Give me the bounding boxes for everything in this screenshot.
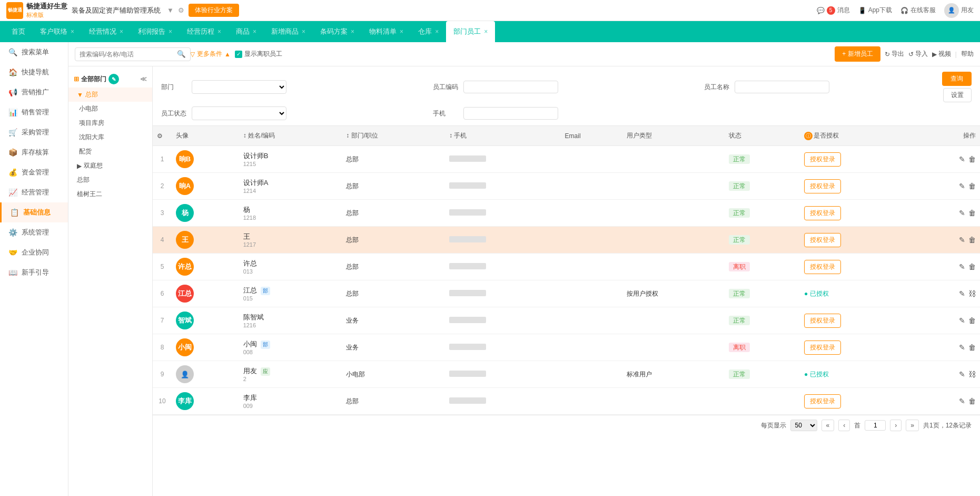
close-goods-icon[interactable]: × [253,28,256,35]
tab-profit[interactable]: 利润报告 × [131,21,180,42]
sidebar-item-marketing[interactable]: 📢 营销推广 [0,82,68,102]
sidebar-item-basic[interactable]: 📋 基础信息 [0,202,68,222]
tab-barcode[interactable]: 条码方案 × [313,21,362,42]
help-btn[interactable]: 帮助 [961,50,974,59]
edit-icon[interactable]: ✎ [959,343,965,352]
tab-customer[interactable]: 客户联络 × [33,21,82,42]
search-input[interactable] [75,47,191,61]
phone-input[interactable] [463,107,558,120]
close-operation-icon[interactable]: × [120,28,123,35]
tab-new-goods[interactable]: 新增商品 × [264,21,313,42]
th-settings[interactable]: ⚙ [153,126,172,146]
emp-status-select[interactable] [192,106,286,120]
tab-bom[interactable]: 物料清单 × [362,21,411,42]
tab-warehouse[interactable]: 仓库 × [411,21,446,42]
tab-goods[interactable]: 商品 × [229,21,264,42]
more-conditions-btn[interactable]: ▽ 更多条件 ▲ [190,50,231,59]
sidebar-item-quick-nav[interactable]: 🏠 快捷导航 [0,62,68,82]
settings-icon[interactable]: ⚙ [178,6,184,14]
message-item[interactable]: 💬 5 消息 [817,6,850,15]
close-warehouse-icon[interactable]: × [435,28,439,35]
search-button[interactable]: 🔍 [177,50,186,58]
export-btn[interactable]: ↻ 导出 [885,50,904,59]
edit-icon[interactable]: ✎ [959,316,965,325]
view-btn[interactable]: ▶ 视频 [932,50,951,59]
delete-icon[interactable]: 🗑 [968,316,976,325]
sidebar-item-sales[interactable]: 📊 销售管理 [0,102,68,122]
tab-department[interactable]: 部门员工 × [446,21,495,42]
per-page-select[interactable]: 50 100 [790,420,817,431]
add-employee-btn[interactable]: + 新增员工 [835,46,880,62]
auth-login-btn[interactable]: 授权登录 [804,233,841,247]
auth-login-btn[interactable]: 授权登录 [804,152,841,167]
reset-btn[interactable]: 设置 [943,88,972,102]
auth-login-btn[interactable]: 授权登录 [804,314,841,328]
close-customer-icon[interactable]: × [71,28,74,35]
edit-icon[interactable]: ✎ [959,155,965,163]
close-new-goods-icon[interactable]: × [302,28,305,35]
th-dept[interactable]: ↕ 部门/职位 [342,126,445,146]
delete-icon[interactable]: 🗑 [968,397,976,405]
auth-login-btn[interactable]: 授权登录 [804,206,841,220]
link-icon[interactable]: ⛓ [968,289,976,298]
edit-icon[interactable]: ✎ [959,289,965,298]
first-page-btn[interactable]: « [821,420,835,431]
show-resign-checkbox[interactable]: ✓ [235,51,242,58]
delete-icon[interactable]: 🗑 [968,209,976,217]
sidebar-item-system[interactable]: ⚙️ 系统管理 [0,222,68,242]
last-page-btn[interactable]: » [906,420,919,431]
emp-code-input[interactable] [463,81,558,93]
trial-btn[interactable]: 体验行业方案 [189,4,239,17]
close-profit-icon[interactable]: × [169,28,172,35]
close-dept-icon[interactable]: × [484,28,488,35]
th-name[interactable]: ↕ 姓名/编码 [239,126,342,146]
prev-page-btn[interactable]: ‹ [838,420,850,431]
close-history-icon[interactable]: × [217,28,221,35]
online-service-item[interactable]: 🎧 在线客服 [900,6,936,15]
edit-icon[interactable]: ✎ [959,397,965,405]
import-btn[interactable]: ↺ 导入 [908,50,928,59]
dept-filter-select[interactable] [192,80,286,94]
dept-collapse-btn[interactable]: ≪ [140,75,147,83]
sidebar-item-purchase[interactable]: 🛒 采购管理 [0,122,68,142]
dept-item-hq2[interactable]: 总部 [68,173,152,187]
auth-login-btn[interactable]: 授权登录 [804,341,841,355]
delete-icon[interactable]: 🗑 [968,236,976,244]
edit-icon[interactable]: ✎ [959,370,965,378]
sidebar-item-finance[interactable]: 💰 资金管理 [0,162,68,182]
sidebar-item-guide[interactable]: 📖 新手引导 [0,262,68,283]
tab-history[interactable]: 经营历程 × [180,21,229,42]
close-barcode-icon[interactable]: × [351,28,354,35]
th-phone[interactable]: ↕ 手机 [445,126,561,146]
query-btn[interactable]: 查询 [942,72,972,86]
dept-item-project-storage[interactable]: 项目库房 [68,116,152,130]
delete-icon[interactable]: 🗑 [968,262,976,271]
edit-icon[interactable]: ✎ [959,182,965,190]
dept-item-shenyang[interactable]: 沈阳大库 [68,130,152,144]
app-download-item[interactable]: 📱 App下载 [858,6,892,15]
user-item[interactable]: 👤 用友 [944,3,974,18]
edit-icon[interactable]: ✎ [959,209,965,217]
auth-login-btn[interactable]: 授权登录 [804,260,841,274]
dept-edit-icon[interactable]: ✎ [108,74,119,84]
sidebar-item-operation[interactable]: 📈 经营管理 [0,182,68,202]
delete-icon[interactable]: 🗑 [968,182,976,190]
tab-operation[interactable]: 经营情况 × [82,21,131,42]
tab-home[interactable]: 首页 [4,21,33,42]
link-icon[interactable]: ⛓ [968,370,976,378]
dept-item-hq-main[interactable]: ▼ 总部 [68,87,152,102]
sidebar-item-collab[interactable]: 🤝 企业协同 [0,242,68,262]
next-page-btn[interactable]: › [890,420,902,431]
dept-item-shuangtingxiang[interactable]: ▶ 双庭想 [68,159,152,173]
show-resign-toggle[interactable]: ✓ 显示离职员工 [235,50,282,59]
edit-icon[interactable]: ✎ [959,236,965,244]
page-input[interactable] [865,420,886,431]
auth-login-btn[interactable]: 授权登录 [804,179,841,193]
sidebar-item-search[interactable]: 🔍 搜索菜单 [0,42,68,62]
dept-item-distribution[interactable]: 配货 [68,144,152,159]
emp-name-input[interactable] [735,81,829,93]
delete-icon[interactable]: 🗑 [968,155,976,163]
close-bom-icon[interactable]: × [400,28,403,35]
dept-item-small-elec[interactable]: 小电部 [68,102,152,116]
edit-icon[interactable]: ✎ [959,262,965,271]
